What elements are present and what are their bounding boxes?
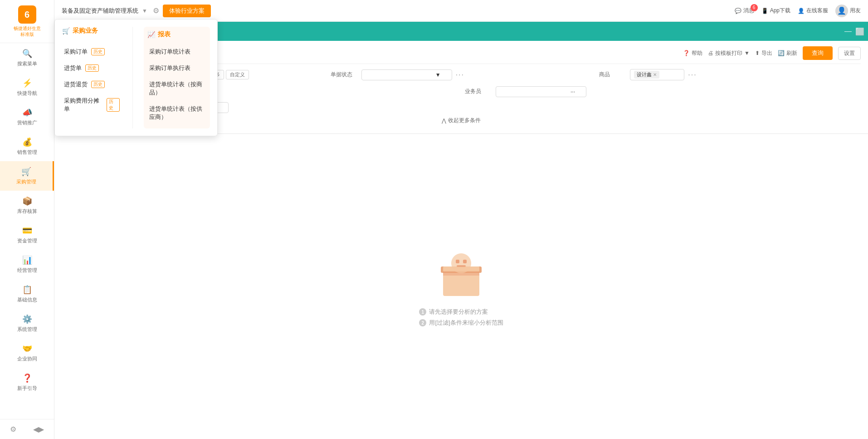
collapse-sidebar-btn[interactable]: ◀▶	[33, 425, 44, 434]
sidebar-footer: ⚙ ◀▶	[0, 419, 54, 439]
menu-item-label: 采购费用分摊单	[64, 97, 103, 113]
header-gear-btn[interactable]: ⚙	[153, 6, 159, 15]
sidebar-item-operation[interactable]: 📊 经营管理	[0, 250, 54, 279]
sidebar: 6 畅捷通好生意 标准版 🔍 搜索菜单 ⚡ 快捷导航 📣 营销推广 💰 销	[0, 0, 54, 439]
sidebar-item-finance[interactable]: 💳 资金管理	[0, 220, 54, 250]
sidebar-item-system[interactable]: ⚙️ 系统管理	[0, 309, 54, 338]
empty-state: 1 请先选择要分析的方案 2 用[过滤]条件来缩小分析范围	[54, 134, 868, 439]
header-left: 装备及固定资产辅助管理系统 ▼ ⚙ 体验行业方案	[62, 5, 211, 17]
sidebar-item-guide[interactable]: ❓ 新手引导	[0, 368, 54, 397]
purchase-expense-badge: 历史	[107, 98, 120, 112]
sidebar-item-sales[interactable]: 💰 销售管理	[0, 132, 54, 161]
empty-hint-1: 1 请先选择要分析的方案	[419, 308, 488, 316]
sidebar-item-quick-nav[interactable]: ⚡ 快捷导航	[0, 73, 54, 102]
doc-status-label: 单据状态	[331, 71, 358, 79]
user-avatar: 👤	[835, 5, 848, 17]
quick-nav-icon: ⚡	[22, 78, 32, 88]
hint-text-2: 用[过滤]条件来缩小分析范围	[429, 319, 503, 327]
hint-dot-1: 1	[419, 308, 426, 316]
salesman-field: 业务员 ···	[465, 86, 861, 97]
sidebar-item-label: 快捷导航	[17, 90, 37, 97]
sidebar-item-label: 采购管理	[16, 178, 36, 185]
menu-item-purchase-order[interactable]: 采购订单 历史	[62, 44, 122, 59]
industry-btn[interactable]: 体验行业方案	[163, 5, 211, 17]
collapse-label: 收起更多条件	[448, 117, 481, 124]
menu-item-purchase-expense[interactable]: 采购费用分摊单 历史	[62, 93, 122, 117]
quick-date-custom[interactable]: 自定义	[226, 70, 249, 79]
goods-ellipsis[interactable]: ···	[688, 71, 697, 79]
help-action[interactable]: ❓ 帮助	[683, 49, 702, 57]
svg-rect-6	[463, 260, 467, 263]
settings-button[interactable]: 设置	[838, 47, 861, 60]
report-stock-in-by-goods[interactable]: 进货单统计表（按商品）	[147, 77, 207, 100]
print-action[interactable]: 🖨 按模板打印 ▼	[708, 49, 750, 57]
finance-icon: 💳	[22, 226, 32, 236]
refresh-action[interactable]: 🔄 刷新	[778, 49, 797, 57]
report-item-label: 进货单统计表（按商品）	[149, 81, 202, 96]
report-stock-in-by-supplier[interactable]: 进货单统计表（按供应商）	[147, 101, 207, 125]
sidebar-item-label: 基础信息	[17, 296, 37, 303]
sidebar-item-purchase[interactable]: 🛒 采购管理	[0, 161, 54, 191]
chevron-down-icon: ▼	[435, 72, 441, 78]
header-dropdown-btn[interactable]: ▼	[142, 8, 147, 14]
system-title: 装备及固定资产辅助管理系统	[62, 7, 138, 15]
tab-maximize-btn[interactable]: ⬜	[855, 27, 864, 36]
message-btn[interactable]: 💬 消息 6	[735, 7, 754, 15]
stock-return-badge: 历史	[91, 81, 105, 88]
export-icon: ⬆	[755, 50, 760, 56]
report-purchase-order-exec[interactable]: 采购订单执行表	[147, 60, 207, 76]
tab-bar-right: — ⬜	[844, 27, 864, 36]
user-btn[interactable]: 👤 用友	[835, 5, 861, 17]
doc-status-ellipsis[interactable]: ···	[456, 71, 464, 79]
goods-tag-close[interactable]: ✕	[653, 72, 657, 77]
online-service-btn[interactable]: 👤 在线客服	[798, 7, 828, 15]
empty-svg	[434, 246, 488, 301]
sidebar-item-label: 搜索菜单	[17, 60, 37, 67]
app-download-btn[interactable]: 📱 App下载	[761, 7, 790, 15]
online-service-label: 在线客服	[806, 7, 828, 15]
tab-minimize-btn[interactable]: —	[844, 27, 852, 36]
system-icon: ⚙️	[22, 314, 32, 324]
menu-item-label: 进货退货	[64, 80, 88, 89]
empty-text: 1 请先选择要分析的方案 2 用[过滤]条件来缩小分析范围	[419, 308, 503, 327]
settings-footer-btn[interactable]: ⚙	[10, 425, 16, 434]
report-item-label: 采购订单执行表	[149, 64, 190, 71]
message-badge: 6	[751, 4, 758, 11]
goods-label: 商品	[599, 71, 626, 79]
sidebar-item-basic[interactable]: 📋 基础信息	[0, 279, 54, 309]
logo: 6 畅捷通好生意 标准版	[0, 0, 54, 43]
sidebar-item-label: 库存核算	[17, 208, 37, 215]
sidebar-item-enterprise[interactable]: 🤝 企业协同	[0, 338, 54, 368]
purchase-section-icon: 🛒	[62, 27, 70, 35]
menu-divider	[132, 27, 133, 128]
menu-item-stock-in[interactable]: 进货单 历史	[62, 60, 122, 76]
sidebar-item-inventory[interactable]: 📦 库存核算	[0, 191, 54, 220]
message-icon: 💬	[735, 8, 741, 14]
guide-icon: ❓	[22, 373, 32, 383]
query-button[interactable]: 查询	[803, 46, 833, 60]
salesman-label: 业务员	[465, 88, 492, 95]
goods-tag-control[interactable]: 设计鑫 ✕	[630, 69, 684, 80]
operation-icon: 📊	[22, 255, 32, 265]
doc-status-select[interactable]: ▼	[361, 69, 452, 80]
collapse-icon: ⋀	[442, 118, 446, 124]
sidebar-item-search[interactable]: 🔍 搜索菜单	[0, 43, 54, 73]
empty-illustration	[434, 246, 488, 301]
menu-item-stock-return[interactable]: 进货退货 历史	[62, 77, 122, 92]
svg-rect-7	[457, 265, 466, 267]
sidebar-item-marketing[interactable]: 📣 营销推广	[0, 102, 54, 132]
doc-status-field: 单据状态 ▼ ···	[331, 69, 592, 80]
user-label: 用友	[850, 7, 861, 15]
logo-text: 畅捷通好生意 标准版	[14, 25, 41, 37]
sidebar-item-label: 企业协同	[17, 355, 37, 362]
purchase-icon: 🛒	[21, 167, 31, 177]
salesman-ellipsis: ···	[571, 89, 575, 95]
report-purchase-order-stat[interactable]: 采购订单统计表	[147, 44, 207, 59]
purchase-section-title: 🛒 采购业务	[62, 27, 122, 39]
purchase-dropdown-menu: 🛒 采购业务 采购订单 历史 进货单 历史 进货退货 历史 采购费用分摊单 历史	[54, 19, 218, 136]
report-icon: 📈	[147, 31, 155, 38]
logo-icon: 6	[18, 5, 36, 24]
salesman-select[interactable]: ···	[496, 86, 586, 97]
export-action[interactable]: ⬆ 导出	[755, 49, 772, 57]
report-section-title: 📈 报表	[147, 30, 207, 39]
